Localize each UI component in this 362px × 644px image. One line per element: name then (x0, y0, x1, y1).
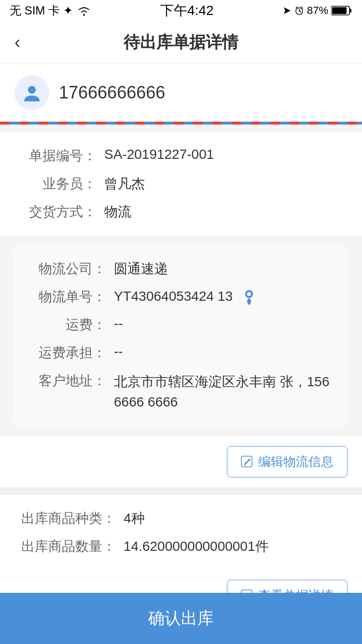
nav-bar: ‹ 待出库单据详情 (0, 21, 362, 64)
address-label: 客户地址： (29, 372, 106, 390)
confirm-btn-container: 确认出库 (0, 593, 362, 644)
order-info-section: 单据编号： SA-20191227-001 业务员： 曾凡杰 交货方式： 物流 (0, 132, 362, 236)
avatar (14, 75, 49, 110)
customer-header: 17666666666 (0, 64, 362, 122)
svg-point-4 (28, 86, 36, 94)
logistics-tracking-label: 物流单号： (29, 288, 106, 306)
freight-row: 运费： -- (29, 316, 333, 334)
logistics-company-label: 物流公司： (29, 260, 106, 278)
edit-logistics-button[interactable]: 编辑物流信息 (227, 446, 348, 477)
person-icon (21, 82, 42, 103)
freight-bear-label: 运费承担： (29, 344, 106, 362)
delivery-label: 交货方式： (19, 203, 97, 221)
goods-type-value: 4种 (124, 509, 145, 528)
svg-point-6 (247, 292, 251, 296)
salesman-value: 曾凡杰 (104, 175, 343, 193)
logistics-card: 物流公司： 圆通速递 物流单号： YT43064053424 13 运费： --… (14, 245, 348, 427)
customer-phone: 17666666666 (59, 83, 165, 103)
address-row: 客户地址： 北京市市辖区海淀区永丰南 张，156 6666 6666 (29, 372, 333, 412)
freight-bear-row: 运费承担： -- (29, 344, 333, 362)
status-right: 87% (283, 4, 352, 17)
page-title: 待出库单据详情 (124, 31, 238, 54)
freight-bear-value: -- (114, 344, 333, 359)
goods-qty-label: 出库商品数量： (19, 537, 116, 556)
alarm-icon (294, 6, 304, 15)
logistics-tracking-value: YT43064053424 13 (114, 288, 333, 305)
dashed-divider (0, 122, 362, 125)
logistics-tracking-row: 物流单号： YT43064053424 13 (29, 288, 333, 306)
goods-type-label: 出库商品种类： (19, 509, 116, 528)
back-button[interactable]: ‹ (14, 32, 20, 53)
logistics-company-row: 物流公司： 圆通速递 (29, 260, 333, 278)
section-divider (0, 487, 362, 495)
battery-text: 87% (307, 4, 328, 17)
sim-text: 无 SIM 卡 ✦ (10, 3, 73, 18)
edit-icon (241, 456, 253, 468)
logistics-company-value: 圆通速递 (114, 260, 333, 278)
freight-label: 运费： (29, 316, 106, 334)
battery-icon (331, 5, 352, 16)
salesman-row: 业务员： 曾凡杰 (19, 175, 343, 193)
delivery-value: 物流 (104, 203, 343, 221)
confirm-button[interactable]: 确认出库 (0, 607, 362, 630)
goods-qty-value: 14.620000000000001件 (124, 537, 269, 556)
delivery-row: 交货方式： 物流 (19, 203, 343, 221)
freight-value: -- (114, 316, 333, 331)
svg-rect-3 (332, 7, 347, 14)
edit-logistics-label: 编辑物流信息 (258, 453, 334, 470)
status-left: 无 SIM 卡 ✦ (10, 3, 91, 18)
order-no-row: 单据编号： SA-20191227-001 (19, 147, 343, 165)
map-pin-icon[interactable] (240, 288, 258, 305)
salesman-label: 业务员： (19, 175, 97, 193)
status-bar: 无 SIM 卡 ✦ 下午4:42 87% (0, 0, 362, 21)
goods-type-row: 出库商品种类： 4种 (19, 509, 343, 528)
wifi-icon (77, 5, 91, 16)
address-value: 北京市市辖区海淀区永丰南 张，156 6666 6666 (114, 372, 333, 412)
goods-qty-row: 出库商品数量： 14.620000000000001件 (19, 537, 343, 556)
location-arrow-icon (283, 6, 292, 15)
order-no-label: 单据编号： (19, 147, 97, 165)
svg-rect-2 (349, 9, 351, 13)
status-time: 下午4:42 (160, 1, 214, 20)
goods-section: 出库商品种类： 4种 出库商品数量： 14.620000000000001件 (0, 495, 362, 570)
order-no-value: SA-20191227-001 (104, 147, 343, 162)
edit-btn-row: 编辑物流信息 (0, 436, 362, 487)
